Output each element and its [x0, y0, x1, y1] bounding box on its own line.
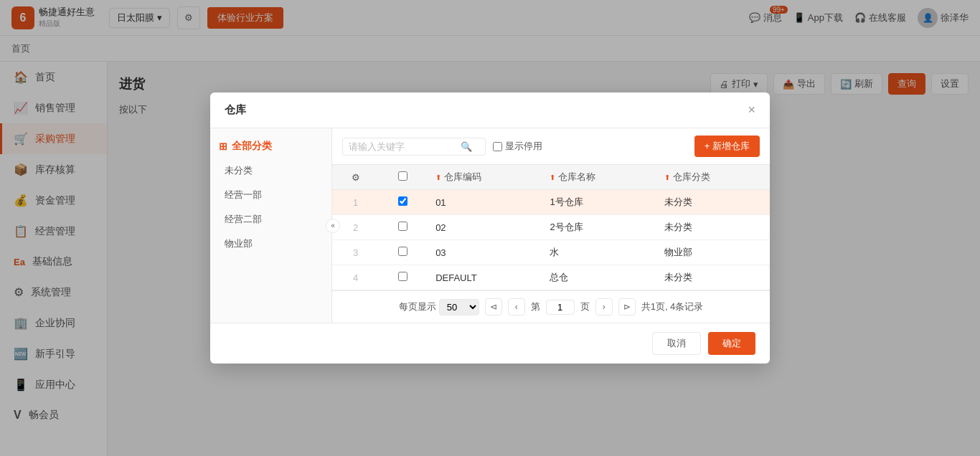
warehouse-modal: 仓库 × ⊞ 全部分类 « 未分类 经营一部 经营二部 物业部: [210, 92, 770, 364]
col-code: ⬆ 仓库编码: [427, 165, 541, 190]
add-warehouse-button[interactable]: + 新增仓库: [694, 136, 760, 157]
search-input[interactable]: [349, 141, 456, 152]
table-header-row: ⚙ ⬆ 仓库编码 ⬆: [332, 165, 770, 190]
per-page-dropdown[interactable]: 50 10 20 100: [439, 299, 479, 315]
row-code: 03: [427, 240, 541, 265]
modal-sidebar: ⊞ 全部分类 « 未分类 经营一部 经营二部 物业部: [210, 128, 332, 323]
row-gear[interactable]: 4: [332, 265, 379, 290]
row-name: 水: [541, 240, 655, 265]
last-page-button[interactable]: ⊳: [618, 298, 636, 315]
table-row[interactable]: 1 01 1号仓库 未分类: [332, 190, 770, 215]
modal-category-ops2[interactable]: 经营二部: [210, 207, 331, 232]
total-info: 共1页, 4条记录: [641, 300, 704, 313]
modal-title: 仓库: [225, 103, 246, 117]
per-page-label: 每页显示: [399, 300, 436, 313]
modal-category-unclassified[interactable]: 未分类: [210, 158, 331, 183]
modal-close-button[interactable]: ×: [748, 103, 755, 118]
col-gear: ⚙: [332, 165, 379, 190]
col-category: ⬆ 仓库分类: [656, 165, 770, 190]
pagination: 每页显示 50 10 20 100 ⊲ ‹ 第 页 › ⊳: [332, 290, 770, 323]
row-checkbox[interactable]: [379, 215, 427, 240]
table-row[interactable]: 4 DEFAULT 总仓 未分类: [332, 265, 770, 290]
col-code-label: 仓库编码: [444, 171, 481, 184]
row-gear[interactable]: 3: [332, 240, 379, 265]
search-icon: 🔍: [461, 141, 472, 152]
row-checkbox[interactable]: [379, 265, 427, 290]
page-number-input[interactable]: [546, 300, 575, 315]
row-category: 未分类: [656, 215, 770, 240]
col-checkbox: [379, 165, 427, 190]
category-header-label: 全部分类: [232, 140, 272, 153]
row-code: 02: [427, 215, 541, 240]
row-checkbox[interactable]: [379, 240, 427, 265]
modal-footer: 取消 确定: [210, 323, 770, 364]
table-row[interactable]: 2 02 2号仓库 未分类: [332, 215, 770, 240]
name-sort-icon: ⬆: [550, 174, 555, 181]
modal-body: ⊞ 全部分类 « 未分类 经营一部 经营二部 物业部 🔍: [210, 128, 770, 323]
col-name: ⬆ 仓库名称: [541, 165, 655, 190]
modal-toolbar: 🔍 显示停用 + 新增仓库: [332, 128, 770, 165]
modal-header: 仓库 ×: [210, 92, 770, 128]
row-gear[interactable]: 1: [332, 190, 379, 215]
code-sort-icon: ⬆: [435, 174, 441, 181]
next-page-button[interactable]: ›: [595, 298, 613, 315]
table-row[interactable]: 3 03 水 物业部: [332, 240, 770, 265]
warehouse-table: ⚙ ⬆ 仓库编码 ⬆: [332, 165, 770, 290]
show-disabled-checkbox[interactable]: [493, 142, 502, 151]
show-disabled-checkbox-label[interactable]: 显示停用: [493, 140, 542, 153]
modal-sidebar-collapse-button[interactable]: «: [326, 219, 340, 233]
row-code: DEFAULT: [427, 265, 541, 290]
row-name: 总仓: [541, 265, 655, 290]
page-suffix: 页: [580, 300, 590, 313]
first-page-button[interactable]: ⊲: [485, 298, 502, 315]
warehouse-table-wrap: ⚙ ⬆ 仓库编码 ⬆: [332, 165, 770, 290]
category-grid-icon: ⊞: [219, 141, 227, 152]
col-category-label: 仓库分类: [673, 171, 710, 184]
modal-category-ops1[interactable]: 经营一部: [210, 183, 331, 207]
col-name-label: 仓库名称: [558, 171, 595, 184]
row-category: 未分类: [656, 265, 770, 290]
modal-sidebar-header[interactable]: ⊞ 全部分类: [210, 134, 331, 158]
row-category: 物业部: [656, 240, 770, 265]
row-name: 1号仓库: [541, 190, 655, 215]
row-code: 01: [427, 190, 541, 215]
row-category: 未分类: [656, 190, 770, 215]
row-checkbox[interactable]: [379, 190, 427, 215]
cancel-button[interactable]: 取消: [652, 332, 701, 355]
category-sort-icon: ⬆: [664, 174, 670, 181]
confirm-button[interactable]: 确定: [708, 332, 755, 355]
prev-page-button[interactable]: ‹: [508, 298, 525, 315]
page-label: 第: [531, 300, 540, 313]
search-box: 🔍: [342, 138, 486, 156]
modal-main-content: 🔍 显示停用 + 新增仓库 ⚙: [332, 128, 770, 323]
row-name: 2号仓库: [541, 215, 655, 240]
per-page-select: 每页显示 50 10 20 100: [399, 299, 479, 315]
select-all-checkbox[interactable]: [398, 171, 407, 181]
modal-overlay: 仓库 × ⊞ 全部分类 « 未分类 经营一部 经营二部 物业部: [0, 0, 980, 456]
show-disabled-label: 显示停用: [505, 140, 542, 153]
modal-category-property[interactable]: 物业部: [210, 232, 331, 256]
table-body: 1 01 1号仓库 未分类 2 02 2号仓库 未分类 3 03 水 物业部 4…: [332, 190, 770, 290]
